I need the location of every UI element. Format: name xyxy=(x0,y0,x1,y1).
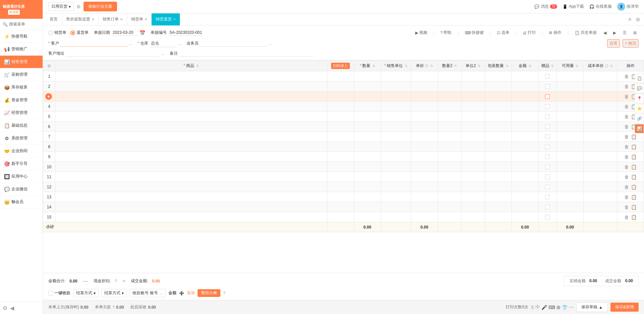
radio-return[interactable]: 退货单 xyxy=(70,30,89,36)
price-cell-3[interactable] xyxy=(411,91,438,102)
tab-home[interactable]: 首页 xyxy=(46,13,62,25)
right-btn-6[interactable]: 📊 xyxy=(635,124,644,133)
next-btn[interactable]: ▶ xyxy=(611,29,618,36)
delete-btn[interactable]: 🗑 xyxy=(624,204,629,210)
delete-btn[interactable]: 🗑 xyxy=(624,144,629,149)
gift-checkbox[interactable] xyxy=(545,114,550,119)
delete-btn[interactable]: 🗑 xyxy=(624,114,629,119)
add-row-button[interactable]: + xyxy=(45,93,52,100)
sidebar-item-wechat[interactable]: 💬 企业微信 xyxy=(0,183,43,196)
scan-button[interactable]: 扫码录入 xyxy=(331,63,350,69)
delete-btn[interactable]: 🗑 xyxy=(624,154,629,160)
settlement-select[interactable]: 结算方式 ▾ xyxy=(73,289,99,297)
more-icon[interactable]: ⋯ xyxy=(569,305,574,310)
qty-cell-2[interactable] xyxy=(354,81,381,91)
add-label[interactable]: 添加 xyxy=(187,290,195,296)
customer-input[interactable] xyxy=(60,40,127,47)
delete-btn[interactable]: 🗑 xyxy=(624,174,629,180)
warehouse-dots[interactable]: ... xyxy=(178,41,181,46)
calculation-select[interactable]: 结算方式 ▾ xyxy=(101,289,127,297)
history-btn[interactable]: 📋 历史单据 xyxy=(573,29,599,37)
sidebar-item-basic[interactable]: 📋 基础信息 xyxy=(0,119,43,132)
tab-sales-return-close[interactable]: ✕ xyxy=(173,17,176,21)
customer-dots[interactable]: ... xyxy=(129,41,132,46)
pkg-cell-2[interactable] xyxy=(485,81,512,91)
copy-btn[interactable]: 📋 xyxy=(631,164,637,170)
settings-bottom-icon[interactable]: ⚙ xyxy=(3,305,7,311)
save-new-button[interactable]: 保存&新增 xyxy=(610,303,639,312)
delete-btn[interactable]: 🗑 xyxy=(624,184,629,190)
mic-icon[interactable]: 🎤 xyxy=(541,305,547,310)
sidebar-item-marketing[interactable]: 📢 营销推广 xyxy=(0,43,43,56)
gift-checkbox-2[interactable] xyxy=(545,84,550,89)
gift-checkbox[interactable] xyxy=(545,215,550,219)
gift-checkbox[interactable] xyxy=(545,154,550,159)
gift-checkbox[interactable] xyxy=(545,134,550,139)
amount-cell-2[interactable] xyxy=(512,81,538,91)
sidebar-item-appstore[interactable]: 🔲 应用中心 xyxy=(0,170,43,183)
address-dots[interactable]: ... xyxy=(161,51,164,56)
shirt-icon[interactable]: 👕 xyxy=(562,305,568,310)
add-icon[interactable]: ➕ xyxy=(179,291,184,296)
unit2-sort-icon[interactable]: ⇅ xyxy=(478,64,480,68)
qty2-cell-2[interactable] xyxy=(438,81,461,91)
qty-sort-icon[interactable]: ⇅ xyxy=(372,64,375,68)
try-button[interactable]: 体验行业方案 xyxy=(84,2,117,11)
cost-cell-2[interactable] xyxy=(584,81,617,91)
right-btn-5[interactable]: 🔗 xyxy=(635,114,644,123)
gift-checkbox[interactable] xyxy=(545,185,550,189)
package-sort-icon[interactable]: ⇅ xyxy=(506,64,508,68)
right-btn-3[interactable]: 📍 xyxy=(635,94,644,103)
collapse-icon[interactable]: ◀ xyxy=(10,305,14,311)
view-list-btn[interactable]: ☰ xyxy=(621,29,629,36)
unit-cell-1[interactable] xyxy=(381,71,411,81)
calendar-icon[interactable]: 📅 xyxy=(140,30,145,36)
goods-cell-2[interactable] xyxy=(55,81,327,91)
message-item[interactable]: 💬 消息 70 xyxy=(534,4,557,9)
tab-sales-delivery[interactable]: 销货单 ✕ xyxy=(127,13,152,25)
tab-price-setting[interactable]: 售价提取设置 ✕ xyxy=(62,13,99,25)
add-row-cell[interactable]: + xyxy=(43,91,55,102)
address-input[interactable] xyxy=(66,50,160,57)
payment-checkbox[interactable] xyxy=(48,291,53,296)
delete-btn[interactable]: 🗑 xyxy=(624,214,629,220)
gift-cell-2[interactable] xyxy=(538,81,556,91)
gift-checkbox[interactable] xyxy=(545,124,550,129)
gift-checkbox[interactable] xyxy=(545,175,550,179)
gift-cell-3[interactable] xyxy=(538,91,556,102)
sidebar-item-member[interactable]: 👑 畅会员 xyxy=(0,196,43,208)
discount-help-icon[interactable]: ? xyxy=(115,279,117,284)
unit2-cell-1[interactable] xyxy=(461,71,485,81)
tab-sales-return[interactable]: 销货退货 ✕ xyxy=(152,13,180,25)
view-grid-btn[interactable]: ⊞ xyxy=(631,29,639,36)
sidebar-item-sales[interactable]: 📊 销售管理 xyxy=(0,56,43,68)
prev-btn[interactable]: ◀ xyxy=(601,29,608,36)
price-cell-2[interactable] xyxy=(411,81,438,91)
cost-cell-3[interactable] xyxy=(584,91,617,102)
price-cell-1[interactable] xyxy=(411,71,438,81)
operate-btn[interactable]: ⚙ 操作 xyxy=(547,29,564,37)
price-sort-icon[interactable]: ⇅ xyxy=(430,64,433,68)
pkg-cell-3[interactable] xyxy=(485,91,512,102)
amount-sort-icon[interactable]: ⇅ xyxy=(529,64,531,68)
goods-cell-3[interactable] xyxy=(55,91,327,102)
cost-sort-icon[interactable]: ⇅ xyxy=(610,64,613,68)
select-btn[interactable]: ☑ 选单 xyxy=(495,29,512,37)
price-info-icon[interactable]: ⓘ xyxy=(425,64,428,68)
qty2-cell-3[interactable] xyxy=(438,91,461,102)
tab-price-close[interactable]: ✕ xyxy=(92,17,94,21)
right-btn-2[interactable]: 💬 xyxy=(635,84,644,93)
radio-sales[interactable]: 销货单 xyxy=(48,30,66,36)
save-draft-button[interactable]: 保存草稿 ▲ xyxy=(576,302,608,312)
delete-btn[interactable]: 🗑 xyxy=(624,134,629,139)
user-item[interactable]: 👤 徐泽华 xyxy=(617,3,639,11)
gift-checkbox[interactable] xyxy=(545,144,550,149)
qty2-sort-icon[interactable]: ⇅ xyxy=(454,64,457,68)
copy-btn[interactable]: 📋 xyxy=(631,204,637,210)
logistics-button[interactable]: + 物流 xyxy=(623,39,639,48)
salesperson-input[interactable] xyxy=(200,40,267,47)
online-service-item[interactable]: 🎧 在线客服 xyxy=(589,4,612,9)
unit2-cell-3[interactable] xyxy=(461,91,485,102)
debt-help-icon[interactable]: ? xyxy=(112,305,115,310)
available-sort-icon[interactable]: ⇅ xyxy=(576,64,578,68)
